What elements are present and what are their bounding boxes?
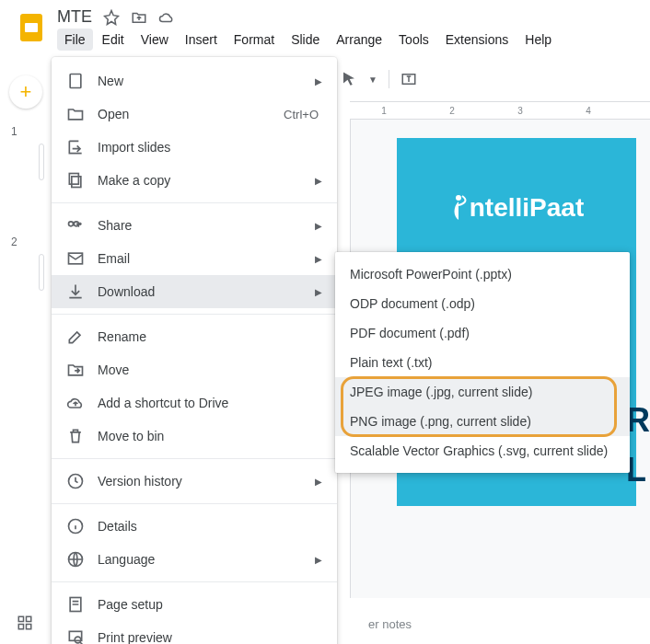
menu-edit[interactable]: Edit xyxy=(95,29,132,51)
menu-item-details[interactable]: Details xyxy=(52,510,337,543)
page-icon xyxy=(66,595,85,614)
menu-item-make-a-copy[interactable]: Make a copy▶ xyxy=(52,164,337,197)
ruler-tick: 2 xyxy=(418,106,486,116)
menu-separator xyxy=(52,458,337,459)
menu-tools[interactable]: Tools xyxy=(391,29,436,51)
ruler-tick: 1 xyxy=(350,106,418,116)
menu-file[interactable]: File xyxy=(57,29,93,51)
menu-item-label: New xyxy=(98,74,315,88)
download-option[interactable]: Scalable Vector Graphics (.svg, current … xyxy=(335,436,630,466)
svg-rect-3 xyxy=(72,177,81,188)
ruler-tick: 3 xyxy=(486,106,554,116)
menu-item-download[interactable]: Download▶ xyxy=(52,275,337,308)
document-title[interactable]: MTE xyxy=(57,7,92,27)
slide-thumbnail[interactable] xyxy=(39,254,44,291)
svg-rect-1 xyxy=(25,23,38,32)
download-option[interactable]: Microsoft PowerPoint (.pptx) xyxy=(335,259,630,289)
menu-item-label: Download xyxy=(98,284,315,299)
menu-item-label: Print preview xyxy=(98,630,322,644)
menu-arrange[interactable]: Arrange xyxy=(329,29,389,51)
slide-brand-text: ntelliPaat xyxy=(449,193,584,223)
mail-icon xyxy=(66,249,85,268)
download-icon xyxy=(66,282,85,301)
menu-item-label: Language xyxy=(98,552,315,567)
menu-extensions[interactable]: Extensions xyxy=(438,29,516,51)
ruler-tick: 4 xyxy=(554,106,622,116)
menu-item-label: Import slides xyxy=(98,140,322,155)
toolbar-separator xyxy=(389,70,389,88)
textbox-icon[interactable] xyxy=(400,71,417,87)
download-option[interactable]: ODP document (.odp) xyxy=(335,289,630,318)
ruler: 1234 xyxy=(350,101,650,120)
svg-rect-22 xyxy=(27,625,31,629)
slide-number: 2 xyxy=(11,236,41,248)
history-icon xyxy=(66,472,85,490)
submenu-arrow-icon: ▶ xyxy=(315,287,322,297)
menu-separator xyxy=(52,503,337,504)
submenu-arrow-icon: ▶ xyxy=(315,176,322,186)
trash-icon xyxy=(66,427,85,445)
move-folder-icon[interactable] xyxy=(131,9,147,26)
menu-format[interactable]: Format xyxy=(226,29,282,51)
new-slide-button[interactable]: + xyxy=(9,75,42,109)
menu-item-import-slides[interactable]: Import slides xyxy=(52,131,337,164)
menu-item-share[interactable]: Share▶ xyxy=(52,209,337,242)
menu-item-label: Make a copy xyxy=(98,173,315,188)
svg-rect-19 xyxy=(18,616,23,621)
svg-point-5 xyxy=(69,222,74,226)
menu-item-label: Share xyxy=(98,218,315,233)
menu-item-print-preview[interactable]: Print preview xyxy=(52,621,337,644)
dropdown-arrow-icon[interactable]: ▼ xyxy=(368,75,377,85)
submenu-arrow-icon: ▶ xyxy=(315,221,322,231)
menu-insert[interactable]: Insert xyxy=(178,29,225,51)
menu-item-open[interactable]: OpenCtrl+O xyxy=(52,98,337,131)
speaker-notes[interactable]: er notes xyxy=(350,617,650,631)
menu-item-label: Open xyxy=(98,107,284,121)
doc-icon xyxy=(66,72,85,90)
menu-item-label: Details xyxy=(98,519,322,534)
menu-item-new[interactable]: New▶ xyxy=(52,64,337,98)
menu-item-label: Move to bin xyxy=(98,429,322,443)
download-option[interactable]: Plain text (.txt) xyxy=(335,348,630,377)
folder-icon xyxy=(66,105,85,123)
cloud-status-icon[interactable] xyxy=(158,9,175,26)
star-icon[interactable] xyxy=(103,9,120,26)
slide-number: 1 xyxy=(11,125,41,138)
slide-thumbnail[interactable] xyxy=(39,144,44,180)
menu-separator xyxy=(52,581,337,582)
svg-rect-4 xyxy=(69,174,78,185)
submenu-arrow-icon: ▶ xyxy=(315,477,322,487)
download-option[interactable]: PDF document (.pdf) xyxy=(335,318,630,348)
menubar: FileEditViewInsertFormatSlideArrangeTool… xyxy=(57,29,559,51)
file-menu: New▶OpenCtrl+OImport slidesMake a copy▶S… xyxy=(52,57,337,644)
menu-item-move[interactable]: Move xyxy=(52,353,337,386)
menu-item-label: Add a shortcut to Drive xyxy=(98,396,322,410)
info-icon xyxy=(66,517,85,535)
submenu-arrow-icon: ▶ xyxy=(315,76,322,86)
import-icon xyxy=(66,138,85,156)
svg-rect-21 xyxy=(18,625,23,629)
svg-rect-2 xyxy=(70,75,81,88)
preview-icon xyxy=(66,628,85,644)
pointer-icon[interactable] xyxy=(341,71,357,87)
menu-item-label: Move xyxy=(98,362,322,377)
download-option[interactable]: JPEG image (.jpg, current slide) xyxy=(335,377,630,407)
menu-item-rename[interactable]: Rename xyxy=(52,320,337,353)
menu-item-label: Rename xyxy=(98,329,322,344)
menu-separator xyxy=(52,314,337,315)
download-option[interactable]: PNG image (.png, current slide) xyxy=(335,407,630,436)
menu-item-move-to-bin[interactable]: Move to bin xyxy=(52,420,337,453)
menu-item-email[interactable]: Email▶ xyxy=(52,242,337,275)
menu-slide[interactable]: Slide xyxy=(284,29,327,51)
grid-view-icon[interactable] xyxy=(17,615,33,631)
menu-item-page-setup[interactable]: Page setup xyxy=(52,588,337,621)
menu-item-label: Version history xyxy=(98,474,315,489)
menu-item-add-a-shortcut-to-drive[interactable]: Add a shortcut to Drive xyxy=(52,386,337,420)
menu-help[interactable]: Help xyxy=(517,29,559,51)
menu-item-version-history[interactable]: Version history▶ xyxy=(52,465,337,498)
menu-view[interactable]: View xyxy=(133,29,176,51)
download-submenu: Microsoft PowerPoint (.pptx)ODP document… xyxy=(335,252,630,473)
svg-point-18 xyxy=(456,195,461,201)
menu-item-language[interactable]: Language▶ xyxy=(52,543,337,576)
copy-icon xyxy=(66,171,85,190)
